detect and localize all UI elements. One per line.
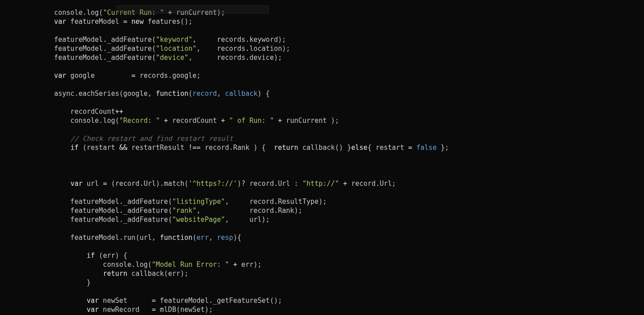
code-token: featureModel bbox=[54, 54, 103, 62]
code-token: , bbox=[148, 90, 156, 98]
code-token: ) { bbox=[258, 90, 270, 98]
code-token: log bbox=[136, 261, 148, 269]
code-token: + bbox=[164, 9, 176, 17]
code-token: err bbox=[241, 261, 253, 269]
code-token: , bbox=[196, 45, 217, 53]
code-token: return bbox=[274, 144, 298, 152]
code-token: ( bbox=[148, 261, 152, 269]
code-token: newSet bbox=[99, 297, 151, 305]
code-token: _addFeature bbox=[107, 54, 151, 62]
code-token: // Check restart and find restart result bbox=[70, 135, 233, 143]
code-token: _addFeature bbox=[123, 216, 168, 224]
code-token: url bbox=[82, 180, 103, 188]
code-token bbox=[95, 252, 99, 260]
code-token: ); bbox=[331, 117, 339, 125]
code-token: ); bbox=[274, 54, 282, 62]
code-token: featureModel bbox=[156, 297, 209, 305]
code-token bbox=[54, 135, 70, 143]
code-token: ); bbox=[278, 36, 286, 44]
code-token: "Current Run: " bbox=[103, 9, 164, 17]
code-token: , bbox=[188, 54, 217, 62]
code-token: restart bbox=[87, 144, 119, 152]
code-token: google bbox=[172, 72, 196, 80]
code-token: if bbox=[87, 252, 95, 260]
code-token bbox=[78, 144, 82, 152]
code-token: ); bbox=[262, 216, 270, 224]
code-token: , bbox=[152, 234, 160, 242]
code-token: location bbox=[250, 45, 282, 53]
code-token: _addFeature bbox=[107, 36, 151, 44]
code-token: . bbox=[245, 36, 249, 44]
code-token: record bbox=[250, 180, 274, 188]
code-token: records bbox=[136, 72, 168, 80]
code-token: Rank bbox=[278, 207, 294, 215]
code-token: _addFeature bbox=[123, 198, 168, 206]
code-token: _addFeature bbox=[107, 45, 151, 53]
code-token: && bbox=[119, 144, 128, 152]
code-token: ( bbox=[82, 144, 87, 152]
code-token: . bbox=[168, 72, 172, 80]
code-token: ResultType bbox=[278, 198, 319, 206]
code-token: record bbox=[115, 180, 139, 188]
code-token: = bbox=[152, 297, 156, 305]
code-token: featureModel bbox=[54, 207, 119, 215]
code-token: ( bbox=[168, 216, 172, 224]
code-token: , bbox=[225, 216, 249, 224]
code-token: . bbox=[132, 261, 136, 269]
code-token: console bbox=[54, 261, 132, 269]
code-token: mlDB bbox=[156, 306, 176, 314]
code-token: ( bbox=[184, 180, 188, 188]
code-token: "websitePage" bbox=[172, 216, 225, 224]
code-token: + bbox=[229, 261, 241, 269]
code-token: featureModel bbox=[66, 18, 123, 26]
code-token: callback bbox=[128, 270, 164, 278]
code-token: records bbox=[217, 45, 245, 53]
code-token: run bbox=[123, 234, 136, 242]
code-token: "listingType" bbox=[172, 198, 225, 206]
code-token: . bbox=[245, 54, 249, 62]
code-token: , bbox=[196, 207, 249, 215]
code-token: else bbox=[351, 144, 367, 152]
code-token: = bbox=[123, 18, 128, 26]
code-token: + bbox=[221, 117, 225, 125]
code-token: featureModel bbox=[54, 234, 119, 242]
code-token bbox=[412, 144, 416, 152]
code-token: recordCount bbox=[172, 117, 221, 125]
code-token: . bbox=[119, 216, 123, 224]
code-token: "location" bbox=[156, 45, 196, 53]
code-token: + bbox=[339, 180, 351, 188]
code-token: featureModel bbox=[54, 36, 103, 44]
code-token: function bbox=[156, 90, 188, 98]
code-token: !== bbox=[188, 144, 201, 152]
code-token: . bbox=[274, 207, 278, 215]
code-token: = bbox=[408, 144, 412, 152]
code-token: featureModel bbox=[54, 198, 119, 206]
code-token: ( bbox=[192, 234, 196, 242]
code-token bbox=[54, 144, 70, 152]
code-token: var bbox=[54, 18, 66, 26]
code-token: "rank" bbox=[172, 207, 196, 215]
code-token: log bbox=[103, 117, 115, 125]
code-token: } bbox=[87, 279, 91, 287]
code-token: . bbox=[82, 9, 87, 17]
code-editor-content: console.log("Current Run: " + runCurrent… bbox=[0, 0, 644, 314]
code-token: callback bbox=[225, 90, 257, 98]
code-token: ( bbox=[168, 198, 172, 206]
code-token: . bbox=[245, 45, 249, 53]
code-token: { bbox=[367, 144, 375, 152]
code-token: var bbox=[70, 180, 82, 188]
code-token: console bbox=[54, 9, 82, 17]
code-token: var bbox=[87, 297, 99, 305]
code-token: ){ bbox=[233, 234, 241, 242]
code-token: ( bbox=[176, 306, 180, 314]
code-token: resp bbox=[217, 234, 233, 242]
code-token: ); bbox=[319, 198, 327, 206]
code-token: + bbox=[160, 117, 172, 125]
code-token: " of Run: " bbox=[229, 117, 274, 125]
code-token: "keyword" bbox=[156, 36, 192, 44]
code-token: , bbox=[209, 234, 217, 242]
code-token: "Model Run Error: " bbox=[152, 261, 229, 269]
code-token: match bbox=[164, 180, 184, 188]
code-token: + bbox=[274, 117, 286, 125]
code-token: "Record: " bbox=[119, 117, 160, 125]
